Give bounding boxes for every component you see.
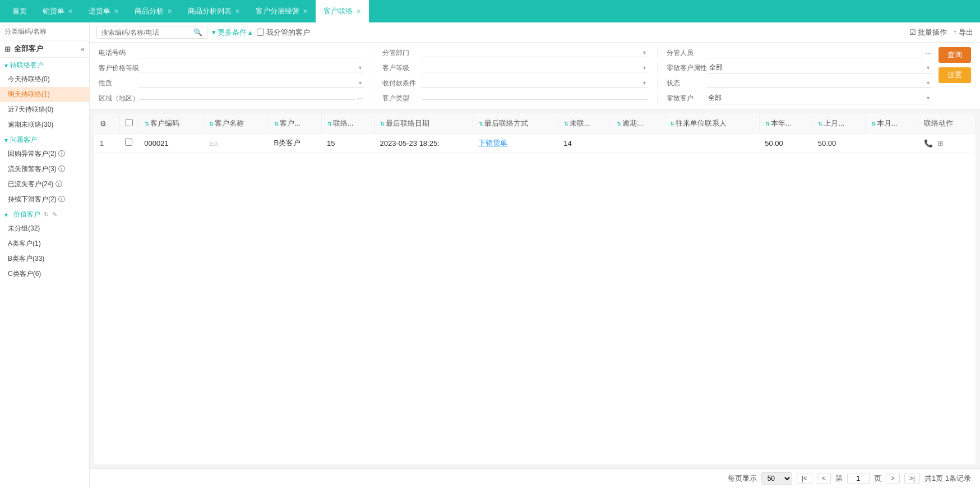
contact-person — [664, 133, 759, 153]
nav-purchase[interactable]: 进货单 ✕ — [81, 0, 127, 22]
nav-product-analysis-list[interactable]: 商品分析列表 ✕ — [180, 0, 248, 22]
sidebar-item-churned[interactable]: 已流失客户(24) ⓘ — [0, 177, 89, 192]
export-icon: ↑ — [954, 28, 958, 36]
dept-chevron-icon: ▾ — [643, 49, 646, 56]
sidebar-item-today[interactable]: 今天待联络(0) — [0, 72, 89, 87]
export-button[interactable]: ↑ 导出 — [954, 27, 974, 38]
collapse-icon[interactable]: « — [81, 45, 85, 53]
value-refresh-icon[interactable]: ↻ — [44, 211, 49, 218]
person-input[interactable] — [706, 48, 923, 58]
th-checkbox[interactable] — [119, 114, 138, 133]
close-purchase-tab[interactable]: ✕ — [114, 8, 119, 15]
sidebar-group-value[interactable]: 价值客户 ↻ ✎ — [0, 207, 89, 221]
query-button[interactable]: 查询 — [939, 47, 971, 63]
settings-button[interactable]: 设置 — [939, 67, 971, 83]
more-filters-button[interactable]: ▾ 更多条件 ▴ — [212, 27, 252, 38]
close-product-list-tab[interactable]: ✕ — [235, 8, 240, 15]
sidebar: 🔍 ⊞ 全部客户 « 待联络客户 今天待联络(0) 明天待联络(1) 近7天待联… — [0, 22, 90, 488]
nav-customer-segmentation[interactable]: 客户分层经营 ✕ — [248, 0, 316, 22]
close-contact-tab[interactable]: ✕ — [356, 8, 361, 15]
phone-action-icon[interactable]: 📞 — [924, 139, 933, 148]
value-edit-icon[interactable]: ✎ — [52, 211, 57, 218]
th-last-date: ⇅最后联络日期 — [375, 114, 473, 133]
close-sales-tab[interactable]: ✕ — [68, 8, 73, 15]
sidebar-item-a-class[interactable]: A类客户(1) — [0, 236, 89, 251]
sidebar-item-overdue[interactable]: 逾期未联络(30) — [0, 117, 89, 132]
filter-customer-type-cell: 客户类型 — [382, 94, 648, 103]
sidebar-item-churn-warning[interactable]: 流失预警客户(3) ⓘ — [0, 162, 89, 177]
gender-select[interactable]: ▾ — [138, 79, 364, 88]
page-size-select[interactable]: 50 100 200 — [761, 472, 792, 485]
grid-icon: ⊞ — [4, 45, 11, 53]
sidebar-search-input[interactable] — [4, 27, 89, 35]
action-cell[interactable]: 📞 ⊞ — [918, 133, 976, 153]
sidebar-item-ungrouped[interactable]: 未分组(32) — [0, 221, 89, 236]
sidebar-group-problem[interactable]: 问题客户 — [0, 132, 89, 146]
sidebar-item-repurchase-abnormal[interactable]: 回购异常客户(2) ⓘ — [0, 146, 89, 162]
sidebar-item-tomorrow[interactable]: 明天待联络(1) — [0, 87, 89, 102]
page-size-label: 每页显示 — [728, 473, 757, 484]
dept-select[interactable]: ▾ — [422, 48, 648, 57]
row-checkbox[interactable] — [125, 139, 132, 146]
customer-type-select[interactable] — [422, 97, 648, 100]
th-contact-count: ⇅联络... — [321, 114, 375, 133]
filter-phone-cell: 电话号码 — [99, 48, 364, 58]
customer-level-select[interactable]: ▾ — [422, 63, 648, 72]
close-segmentation-tab[interactable]: ✕ — [303, 8, 308, 15]
price-level-select[interactable]: ▾ — [139, 63, 364, 72]
sidebar-group-pending[interactable]: 待联络客户 — [0, 58, 89, 72]
retail-customer-select[interactable]: 全部 ▾ — [706, 92, 932, 104]
payment-chevron-icon: ▾ — [643, 80, 646, 86]
toolbar: 🔍 ▾ 更多条件 ▴ 我分管的客户 ☑ 批量操作 ↑ 导出 — [90, 22, 980, 43]
last-month-amount: 50.00 — [812, 133, 866, 153]
th-code: ⇅客户编码 — [138, 114, 204, 133]
all-customers-header[interactable]: ⊞ 全部客户 « — [0, 40, 89, 58]
nav-home[interactable]: 首页 — [4, 0, 35, 22]
qr-action-icon[interactable]: ⊞ — [937, 139, 944, 148]
page-number-input[interactable] — [847, 473, 870, 484]
filter-status-cell: 状态 ▾ — [667, 79, 932, 88]
th-settings[interactable]: ⚙ — [94, 114, 119, 133]
close-product-analysis-tab[interactable]: ✕ — [167, 8, 172, 15]
filter-price-level-cell: 客户价格等级 ▾ — [99, 63, 364, 73]
next-page-button[interactable]: > — [886, 473, 900, 484]
region-select[interactable] — [139, 97, 355, 100]
first-page-button[interactable]: |< — [797, 473, 812, 484]
retail-attr-select[interactable]: 全部 ▾ — [707, 62, 932, 74]
nav-product-analysis[interactable]: 商品分析 ✕ — [127, 0, 180, 22]
sidebar-item-7days[interactable]: 近7天待联络(0) — [0, 102, 89, 117]
filter-region-cell: 区域（地区） ··· — [99, 94, 364, 103]
prev-page-button[interactable]: < — [817, 473, 831, 484]
nav-sales[interactable]: 销货单 ✕ — [35, 0, 81, 22]
my-customers-checkbox-label[interactable]: 我分管的客户 — [257, 27, 310, 38]
sidebar-item-b-class[interactable]: B类客户(33) — [0, 251, 89, 266]
last-contact-method[interactable]: 下销货单 — [473, 133, 558, 153]
status-label: 状态 — [667, 79, 706, 88]
row-checkbox-cell[interactable] — [119, 133, 138, 153]
payment-select[interactable]: ▾ — [422, 79, 648, 88]
status-select[interactable]: ▾ — [706, 79, 932, 88]
last-page-button[interactable]: >| — [904, 473, 920, 484]
region-label: 区域（地区） — [99, 94, 139, 103]
page-label: 第 — [835, 473, 843, 484]
phone-input[interactable] — [138, 48, 364, 58]
sidebar-item-c-class[interactable]: C类客户(6) — [0, 266, 89, 282]
person-dots-icon[interactable]: ··· — [925, 48, 932, 57]
nav-customer-contact[interactable]: 客户联络 ✕ — [316, 0, 369, 22]
customer-name: Ea — [204, 133, 269, 153]
sidebar-search-box[interactable]: 🔍 — [0, 22, 89, 40]
sidebar-item-declining[interactable]: 持续下滑客户(2) ⓘ — [0, 192, 89, 207]
select-all-checkbox[interactable] — [126, 119, 133, 126]
th-last-month: ⇅上月... — [812, 114, 866, 133]
region-dots-icon[interactable]: ··· — [358, 94, 364, 103]
th-action: 联络动作 — [918, 114, 976, 133]
main-search-box[interactable]: 🔍 — [96, 26, 207, 39]
retail-attr-label: 零散客户属性 — [667, 63, 707, 73]
toolbar-right: ☑ 批量操作 ↑ 导出 — [909, 27, 974, 38]
filter-row-2: 客户价格等级 ▾ 客户等级 ▾ — [99, 62, 932, 74]
settings-icon[interactable]: ⚙ — [100, 119, 107, 128]
batch-ops-button[interactable]: ☑ 批量操作 — [909, 27, 947, 38]
main-search-input[interactable] — [101, 29, 191, 36]
main-search-icon[interactable]: 🔍 — [193, 28, 202, 36]
my-customers-checkbox[interactable] — [257, 29, 264, 36]
